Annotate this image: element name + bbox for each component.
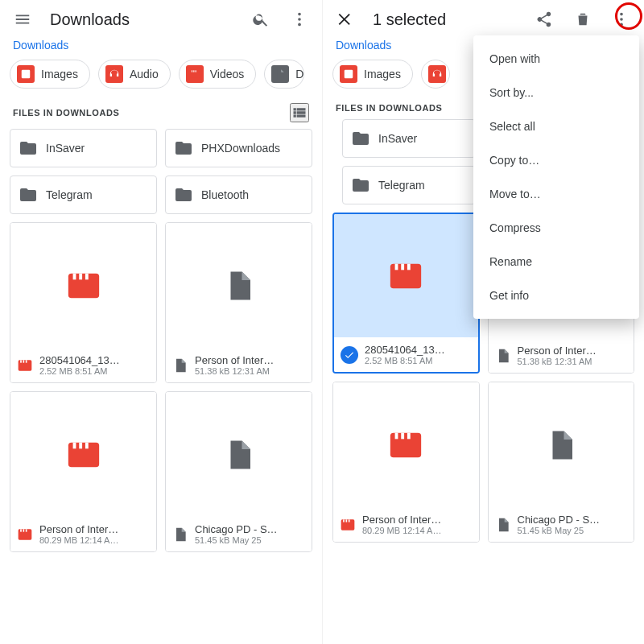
folders-grid: InSaver PHXDownloads Telegram Bluetooth	[0, 129, 322, 214]
folder-name: InSaver	[378, 132, 417, 145]
chip-images[interactable]: Images	[10, 60, 90, 89]
image-icon	[340, 65, 357, 83]
menu-get-info[interactable]: Get info	[473, 279, 639, 312]
screenshot-right: 1 selected Downloads Images FILES IN DOW…	[322, 0, 644, 644]
folder-item[interactable]: InSaver	[342, 119, 476, 158]
document-icon	[495, 517, 511, 533]
view-toggle-button[interactable]	[290, 103, 309, 122]
headphones-icon	[428, 65, 446, 83]
folder-item[interactable]: InSaver	[10, 129, 157, 167]
file-details: 80.29 MB 12:14 A…	[362, 526, 441, 535]
folder-icon	[19, 185, 38, 204]
close-selection-button[interactable]	[329, 3, 361, 35]
video-icon	[17, 526, 33, 543]
document-icon	[495, 348, 511, 364]
file-card[interactable]: Chicago PD - S…51.45 kB May 25	[165, 391, 312, 552]
hamburger-menu-button[interactable]	[6, 3, 39, 35]
file-meta: 280541064_13…2.52 MB 8:51 AM	[334, 337, 478, 372]
search-button[interactable]	[245, 3, 277, 35]
file-thumbnail	[10, 392, 156, 517]
folders-grid: InSaver Telegram	[332, 119, 485, 204]
chip-documents-cut[interactable]: D	[264, 60, 304, 89]
file-details: 80.29 MB 12:14 A…	[39, 535, 118, 545]
section-label: FILES IN DOWNLOADS	[336, 103, 442, 113]
delete-button[interactable]	[567, 3, 599, 35]
file-name: 280541064_13…	[39, 354, 120, 366]
menu-select-all[interactable]: Select all	[473, 109, 639, 143]
chip-label: Videos	[210, 68, 245, 80]
folder-icon	[174, 185, 193, 204]
file-card[interactable]: Person of Inter…51.38 kB 12:31 AM	[165, 222, 312, 383]
video-icon	[186, 65, 204, 83]
section-label: FILES IN DOWNLOADS	[13, 108, 119, 118]
folder-item[interactable]: PHXDownloads	[165, 129, 312, 167]
menu-compress[interactable]: Compress	[473, 211, 639, 245]
file-meta: Person of Inter…80.29 MB 12:14 A…	[333, 507, 479, 542]
file-thumbnail	[10, 223, 156, 348]
file-name: Person of Inter…	[518, 345, 597, 357]
file-name: Person of Inter…	[195, 354, 274, 366]
document-icon	[172, 526, 188, 543]
file-card[interactable]: 280541064_13…2.52 MB 8:51 AM	[10, 222, 157, 383]
folder-item[interactable]: Telegram	[342, 166, 476, 204]
file-thumbnail	[166, 392, 312, 517]
file-name: 280541064_13…	[365, 344, 445, 356]
chip-images[interactable]: Images	[332, 60, 413, 89]
folder-item[interactable]: Telegram	[10, 175, 157, 214]
chip-label: Images	[364, 68, 401, 80]
overflow-menu: Open with Sort by... Select all Copy to……	[473, 35, 639, 319]
page-title: Downloads	[50, 10, 130, 29]
menu-open-with[interactable]: Open with	[473, 42, 639, 76]
video-icon	[17, 357, 33, 374]
file-name: Person of Inter…	[362, 514, 441, 526]
menu-copy-to[interactable]: Copy to…	[473, 143, 639, 177]
folder-name: Telegram	[46, 188, 93, 201]
section-header: FILES IN DOWNLOADS	[0, 100, 322, 129]
file-thumbnail	[166, 223, 312, 348]
file-details: 51.38 kB 12:31 AM	[518, 357, 597, 366]
folder-item[interactable]: Bluetooth	[165, 175, 312, 214]
file-meta: Chicago PD - S…51.45 kB May 25	[166, 517, 312, 551]
file-card[interactable]: Chicago PD - S…51.45 kB May 25	[488, 382, 635, 543]
file-details: 51.45 kB May 25	[518, 526, 601, 535]
selected-check-icon	[341, 346, 358, 364]
file-details: 2.52 MB 8:51 AM	[39, 366, 120, 376]
folder-name: PHXDownloads	[201, 142, 280, 155]
folder-name: Telegram	[378, 179, 425, 192]
file-meta: Person of Inter…80.29 MB 12:14 A…	[10, 517, 156, 551]
video-icon	[340, 517, 356, 533]
file-details: 2.52 MB 8:51 AM	[365, 356, 445, 365]
file-card[interactable]: Person of Inter…80.29 MB 12:14 A…	[332, 382, 480, 543]
folder-icon	[351, 175, 370, 195]
document-icon	[172, 357, 188, 374]
file-details: 51.45 kB May 25	[195, 535, 278, 545]
chip-label: D	[295, 68, 303, 80]
folder-icon	[174, 138, 193, 158]
menu-sort-by[interactable]: Sort by...	[473, 76, 639, 109]
menu-move-to[interactable]: Move to…	[473, 177, 639, 211]
file-thumbnail	[334, 214, 478, 337]
file-meta: Person of Inter…51.38 kB 12:31 AM	[166, 348, 312, 382]
share-button[interactable]	[528, 3, 560, 35]
more-options-button[interactable]	[605, 3, 638, 35]
files-grid: 280541064_13…2.52 MB 8:51 AM Person of I…	[0, 214, 322, 560]
file-card-selected[interactable]: 280541064_13…2.52 MB 8:51 AM	[332, 213, 480, 374]
breadcrumb[interactable]: Downloads	[0, 39, 322, 56]
document-icon	[271, 65, 289, 83]
file-meta: Chicago PD - S…51.45 kB May 25	[489, 507, 634, 542]
folder-icon	[351, 129, 370, 148]
file-name: Chicago PD - S…	[195, 523, 278, 535]
chip-videos[interactable]: Videos	[179, 60, 257, 89]
filter-chips-row: Images Audio Videos D	[0, 56, 322, 100]
file-card[interactable]: Person of Inter…80.29 MB 12:14 A…	[10, 391, 157, 552]
chip-audio-cut[interactable]	[421, 60, 450, 89]
file-name: Chicago PD - S…	[518, 514, 601, 526]
more-options-button[interactable]	[283, 3, 316, 35]
menu-rename[interactable]: Rename	[473, 245, 639, 279]
file-thumbnail	[489, 382, 634, 507]
file-thumbnail	[333, 382, 479, 507]
file-name: Person of Inter…	[39, 523, 118, 535]
chip-label: Audio	[130, 68, 159, 80]
file-meta: 280541064_13…2.52 MB 8:51 AM	[10, 348, 156, 382]
chip-audio[interactable]: Audio	[98, 60, 171, 89]
